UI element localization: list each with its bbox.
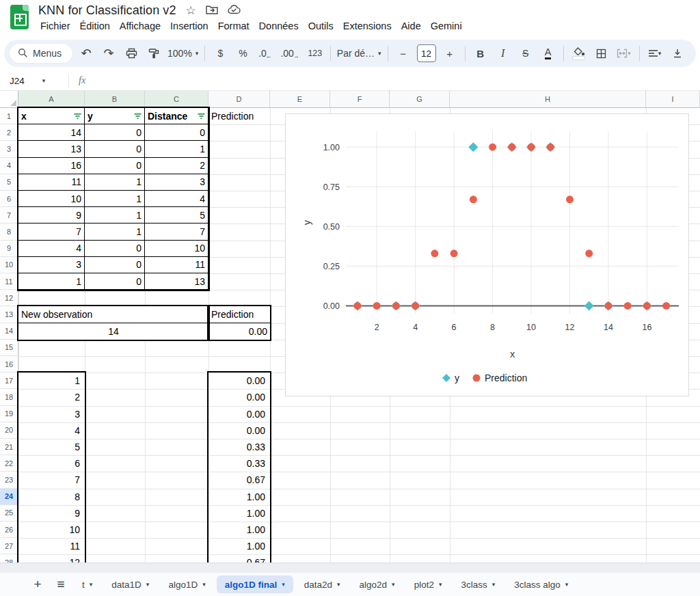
cell-B9[interactable]: 0 bbox=[85, 241, 145, 257]
row-header-26[interactable]: 26 bbox=[0, 522, 18, 538]
row-header-7[interactable]: 7 bbox=[0, 207, 18, 224]
all-sheets-button[interactable]: ≡ bbox=[51, 577, 71, 592]
scatter-point-circle[interactable] bbox=[604, 302, 612, 310]
row-header-12[interactable]: 12 bbox=[0, 290, 18, 306]
row-header-19[interactable]: 19 bbox=[0, 406, 18, 422]
chevron-down-icon[interactable]: ▾ bbox=[202, 582, 206, 588]
row-header-13[interactable]: 13 bbox=[0, 306, 18, 323]
row-header-25[interactable]: 25 bbox=[0, 505, 18, 522]
scatter-point-circle[interactable] bbox=[412, 302, 419, 310]
font-family-select[interactable]: Par dé… ▾ bbox=[337, 48, 381, 59]
cell-C10[interactable]: 11 bbox=[145, 257, 208, 273]
row-header-1[interactable]: 1 bbox=[0, 108, 18, 124]
cell-B7[interactable]: 1 bbox=[85, 207, 145, 224]
cell-A27[interactable]: 11 bbox=[18, 538, 83, 554]
cell-A9[interactable]: 4 bbox=[18, 241, 85, 257]
scatter-point-circle[interactable] bbox=[566, 195, 574, 203]
horizontal-scrollbar[interactable] bbox=[0, 563, 700, 573]
cell-D26[interactable]: 1.00 bbox=[208, 522, 268, 538]
filter-icon[interactable] bbox=[74, 111, 81, 121]
row-header-5[interactable]: 5 bbox=[0, 174, 18, 191]
doc-title[interactable]: KNN for Classification v2 bbox=[38, 3, 176, 18]
row-header-9[interactable]: 9 bbox=[0, 241, 18, 257]
cell-D22[interactable]: 0.33 bbox=[208, 455, 268, 472]
decrease-font-size-button[interactable]: − bbox=[394, 44, 412, 63]
sheet-tab-plot2[interactable]: plot2▾ bbox=[406, 575, 450, 593]
cell-B6[interactable]: 1 bbox=[85, 191, 145, 207]
scatter-point-diamond[interactable] bbox=[442, 374, 450, 382]
sheet-tab-t[interactable]: t▾ bbox=[74, 575, 100, 593]
increase-font-size-button[interactable]: + bbox=[441, 44, 459, 63]
vertical-align-button[interactable] bbox=[669, 44, 686, 63]
sheet-tab-data1d[interactable]: data1D▾ bbox=[103, 575, 157, 593]
scatter-point-circle[interactable] bbox=[450, 249, 458, 257]
scatter-point-circle[interactable] bbox=[624, 302, 632, 310]
add-sheet-button[interactable]: + bbox=[27, 577, 48, 592]
paint-format-button[interactable] bbox=[145, 44, 163, 63]
cell-A24[interactable]: 8 bbox=[18, 489, 83, 505]
scatter-point-diamond[interactable] bbox=[468, 142, 478, 152]
cell-D24[interactable]: 1.00 bbox=[208, 489, 268, 505]
cell-C11[interactable]: 13 bbox=[145, 273, 208, 290]
row-header-6[interactable]: 6 bbox=[0, 191, 18, 207]
cell-D21[interactable]: 0.33 bbox=[208, 439, 268, 455]
cell-A18[interactable]: 2 bbox=[18, 389, 83, 405]
row-header-11[interactable]: 11 bbox=[0, 273, 18, 290]
row-header-2[interactable]: 2 bbox=[0, 124, 18, 141]
cell-D25[interactable]: 1.00 bbox=[208, 505, 268, 522]
sheet-tab-3class-algo[interactable]: 3class algo▾ bbox=[506, 575, 576, 593]
scatter-point-circle[interactable] bbox=[643, 302, 651, 310]
cell-A8[interactable]: 7 bbox=[18, 224, 85, 240]
cell-A2[interactable]: 14 bbox=[18, 124, 85, 141]
cell-D19[interactable]: 0.00 bbox=[208, 406, 268, 422]
cell-D13[interactable]: Prediction bbox=[208, 306, 270, 323]
row-header-23[interactable]: 23 bbox=[0, 472, 18, 488]
increase-decimal-button[interactable]: .00→ bbox=[279, 44, 301, 63]
menus-search-button[interactable]: Menus bbox=[10, 44, 72, 63]
row-header-21[interactable]: 21 bbox=[0, 439, 18, 455]
scatter-point-circle[interactable] bbox=[431, 249, 438, 257]
italic-button[interactable]: I bbox=[494, 44, 512, 63]
row-header-15[interactable]: 15 bbox=[0, 340, 18, 356]
chart[interactable]: 2468101214160.000.250.500.751.00xyyPredi… bbox=[285, 113, 689, 396]
font-size-input[interactable]: 12 bbox=[417, 44, 436, 62]
strikethrough-button[interactable]: S bbox=[517, 44, 535, 63]
more-formats-button[interactable]: 123 bbox=[306, 44, 324, 63]
bold-button[interactable]: B bbox=[472, 44, 489, 63]
sheet-tab-algo2d[interactable]: algo2d▾ bbox=[351, 575, 403, 593]
scatter-point-circle[interactable] bbox=[353, 302, 361, 310]
cloud-status-icon[interactable] bbox=[228, 5, 241, 16]
row-header-10[interactable]: 10 bbox=[0, 257, 18, 273]
chevron-down-icon[interactable]: ▾ bbox=[146, 582, 150, 588]
menu-donnees[interactable]: Données bbox=[254, 19, 304, 33]
scatter-point-circle[interactable] bbox=[585, 249, 593, 257]
cell-A5[interactable]: 11 bbox=[18, 174, 85, 191]
sheet-tab-algo1d[interactable]: algo1D▾ bbox=[160, 575, 213, 593]
row-header-20[interactable]: 20 bbox=[0, 422, 18, 439]
sheet-tab-3class[interactable]: 3class▾ bbox=[453, 575, 503, 593]
cell-C2[interactable]: 0 bbox=[145, 124, 208, 141]
scatter-point-circle[interactable] bbox=[473, 375, 481, 382]
chevron-down-icon[interactable]: ▾ bbox=[90, 582, 93, 588]
cell-A7[interactable]: 9 bbox=[18, 207, 85, 224]
filter-icon[interactable] bbox=[198, 111, 205, 121]
chevron-down-icon[interactable]: ▾ bbox=[492, 582, 496, 588]
cell-A22[interactable]: 6 bbox=[18, 455, 83, 472]
format-currency-button[interactable]: $ bbox=[211, 44, 229, 63]
chevron-down-icon[interactable]: ▾ bbox=[337, 582, 340, 588]
menu-outils[interactable]: Outils bbox=[304, 19, 338, 33]
row-header-16[interactable]: 16 bbox=[0, 356, 18, 372]
scatter-point-circle[interactable] bbox=[373, 302, 381, 310]
column-header-D[interactable]: D bbox=[208, 91, 270, 108]
borders-button[interactable] bbox=[593, 44, 610, 63]
scatter-point-circle[interactable] bbox=[547, 144, 554, 151]
cell-A23[interactable]: 7 bbox=[18, 472, 83, 488]
chevron-down-icon[interactable]: ▾ bbox=[282, 582, 285, 588]
sheet-tab-algo1d-final[interactable]: algo1D final▾ bbox=[217, 575, 293, 593]
cell-B2[interactable]: 0 bbox=[85, 124, 145, 141]
cell-A25[interactable]: 9 bbox=[18, 505, 83, 522]
cell-D23[interactable]: 0.67 bbox=[208, 472, 268, 488]
row-header-27[interactable]: 27 bbox=[0, 538, 18, 554]
row-header-24[interactable]: 24 bbox=[0, 489, 18, 505]
cell-A13-merged[interactable]: New observation bbox=[18, 306, 208, 323]
